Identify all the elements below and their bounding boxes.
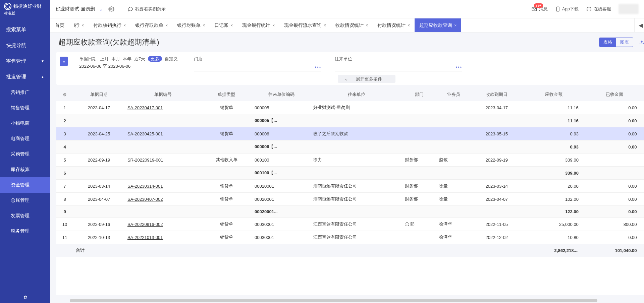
col-header-4[interactable]: 往来单位编码 <box>252 88 311 101</box>
tab-close-icon[interactable]: × <box>454 23 457 28</box>
doc-link[interactable]: SA-20230314-001 <box>127 184 163 189</box>
view-toggle: 表格 图表 <box>599 38 633 47</box>
export-button[interactable]: 导出 <box>639 39 644 45</box>
sidebar-item-1[interactable]: 快捷导航 <box>0 38 50 53</box>
data-table: ⚙单据日期单据编号单据类型往来单位编码往来单位部门业务员收款到期日应收金额已收金… <box>56 88 644 257</box>
tab-close-icon[interactable]: × <box>272 23 275 28</box>
date-chip-3[interactable]: 近7天 <box>134 56 145 61</box>
tab-close-icon[interactable]: × <box>366 23 368 28</box>
date-chip-2[interactable]: 本年 <box>123 56 131 61</box>
sidebar-item-10[interactable]: 资金管理 <box>0 177 50 193</box>
table-row[interactable]: 12023-04-17SA-20230417-001销货单000005好业财测试… <box>56 101 644 114</box>
message-badge: 99+ <box>534 3 543 8</box>
tab-6[interactable]: 现金银行统计× <box>237 18 279 32</box>
tab-7[interactable]: 现金银行流水查询× <box>279 18 331 32</box>
headset-icon <box>586 6 592 12</box>
sidebar-item-6[interactable]: 小畅电商 <box>0 116 50 131</box>
table-row[interactable]: 6000100【...339.00 <box>56 167 644 180</box>
col-header-0[interactable]: ⚙ <box>56 88 73 101</box>
view-table-button[interactable]: 表格 <box>599 38 616 47</box>
view-chart-button[interactable]: 图表 <box>616 38 633 47</box>
tenant-name: 好业财测试-量勿删 <box>56 6 95 12</box>
shop-select[interactable]: ••• <box>194 63 321 71</box>
date-label: 单据日期 <box>79 56 97 62</box>
data-table-container: ⚙单据日期单据编号单据类型往来单位编码往来单位部门业务员收款到期日应收金额已收金… <box>56 88 644 295</box>
partner-select[interactable]: ••• <box>335 63 462 71</box>
filter-panel: » 单据日期 上月本月本年近7天更多自定义 2022-06-06 至 2023-… <box>56 52 644 85</box>
page-title: 超期应收款查询(欠款超期清单) <box>58 37 159 47</box>
date-chip-4[interactable]: 更多 <box>148 56 162 62</box>
app-download-button[interactable]: App下载 <box>555 6 579 12</box>
sidebar-item-8[interactable]: 采购管理 <box>0 146 50 162</box>
tab-close-icon[interactable]: × <box>230 23 233 28</box>
tab-close-icon[interactable]: × <box>123 23 126 28</box>
tab-close-icon[interactable]: × <box>408 23 410 28</box>
user-avatar[interactable] <box>619 4 639 14</box>
sidebar-item-2[interactable]: 零售管理▼ <box>0 53 50 69</box>
sidebar-item-0[interactable]: 搜索菜单 <box>0 22 50 38</box>
doc-link[interactable]: SA-20230417-001 <box>127 105 163 110</box>
sidebar-item-7[interactable]: 电商管理 <box>0 131 50 146</box>
phone-icon <box>555 6 560 12</box>
tab-close-icon[interactable]: × <box>165 23 168 28</box>
sidebar-item-13[interactable]: 税务管理 <box>0 224 50 239</box>
sidebar-item-4[interactable]: 营销推广 <box>0 85 50 100</box>
table-row[interactable]: 82023-04-07SA-20230407-002销货单00020001湖南恒… <box>56 193 644 206</box>
sidebar-item-5[interactable]: 销售管理 <box>0 100 50 116</box>
online-service-button[interactable]: 在线客服 <box>586 6 611 12</box>
col-header-1[interactable]: 单据日期 <box>73 88 125 101</box>
table-row[interactable]: 102022-09-16SA-20220916-002销货单00030001江西… <box>56 218 644 231</box>
col-header-2[interactable]: 单据编号 <box>125 88 201 101</box>
tab-4[interactable]: 银行对账单× <box>172 18 210 32</box>
filter-collapse-handle[interactable]: » <box>60 57 68 66</box>
expand-filters-button[interactable]: ⌄ 展开更多条件 <box>338 75 396 83</box>
tab-2[interactable]: 付款核销执行× <box>89 18 130 32</box>
tab-9[interactable]: 付款情况统计× <box>373 18 415 32</box>
doc-link[interactable]: SA-20230425-001 <box>127 131 163 136</box>
col-header-8[interactable]: 收款到期日 <box>471 88 523 101</box>
date-chip-0[interactable]: 上月 <box>100 56 109 61</box>
table-row[interactable]: 112022-10-13SA-20221013-001销货单00030001江西… <box>56 231 644 244</box>
col-header-3[interactable]: 单据类型 <box>201 88 252 101</box>
demo-link[interactable]: 我要看实例演示 <box>128 6 166 12</box>
table-row[interactable]: 72023-03-14SA-20230314-001销货单00020001湖南恒… <box>56 180 644 193</box>
col-header-10[interactable]: 已收金额 <box>585 88 644 101</box>
date-chip-1[interactable]: 本月 <box>111 56 120 61</box>
date-chip-5[interactable]: 自定义 <box>165 56 178 61</box>
doc-link[interactable]: SA-20221013-001 <box>127 235 163 240</box>
sidebar-settings-icon[interactable]: ✿ <box>0 295 50 300</box>
tabs-scroll-left[interactable]: ◀ <box>635 18 644 33</box>
col-header-6[interactable]: 部门 <box>402 88 437 101</box>
horizontal-scrollbar[interactable] <box>56 298 644 303</box>
table-settings-icon[interactable]: ⚙ <box>63 92 67 97</box>
table-row[interactable]: 52022-09-19SR-20220919-001其他收入单000100徐力财… <box>56 154 644 167</box>
table-row[interactable]: 4000006【...0.930.00 <box>56 140 644 154</box>
doc-link[interactable]: SA-20230407-002 <box>127 197 163 202</box>
tab-0[interactable]: 首页 <box>50 18 69 32</box>
brand-logo-icon <box>4 3 11 10</box>
table-row[interactable]: 32023-04-25SA-20230425-001销货单000006改了之后限… <box>56 127 644 140</box>
table-row[interactable]: 2000005【...11.160.00 <box>56 114 644 127</box>
col-header-5[interactable]: 往来单位 <box>311 88 402 101</box>
gear-icon[interactable] <box>108 6 114 12</box>
tab-5[interactable]: 日记账× <box>210 18 237 32</box>
col-header-9[interactable]: 应收金额 <box>523 88 585 101</box>
col-header-7[interactable]: 业务员 <box>436 88 471 101</box>
shop-label: 门店 <box>194 56 203 62</box>
sidebar-item-3[interactable]: 批发管理▲ <box>0 69 50 85</box>
sidebar-item-11[interactable]: 总账管理 <box>0 193 50 208</box>
table-row[interactable]: 900020001...122.000.00 <box>56 206 644 218</box>
tab-close-icon[interactable]: × <box>324 23 326 28</box>
sidebar-item-12[interactable]: 发票管理 <box>0 208 50 224</box>
tab-3[interactable]: 银行存取款单× <box>130 18 172 32</box>
tab-close-icon[interactable]: × <box>82 23 84 28</box>
tenant-selector[interactable]: 好业财测试-量勿删 ⌄ <box>56 6 103 12</box>
tab-8[interactable]: 收款情况统计× <box>331 18 373 32</box>
doc-link[interactable]: SR-20220919-001 <box>127 158 163 163</box>
tab-10[interactable]: 超期应收款查询× <box>415 18 461 32</box>
tab-close-icon[interactable]: × <box>203 23 205 28</box>
doc-link[interactable]: SA-20220916-002 <box>127 222 163 227</box>
sidebar-item-9[interactable]: 库存核算 <box>0 162 50 177</box>
tab-1[interactable]: i行× <box>69 18 89 32</box>
messages-button[interactable]: 99+ 消息 <box>531 6 548 12</box>
